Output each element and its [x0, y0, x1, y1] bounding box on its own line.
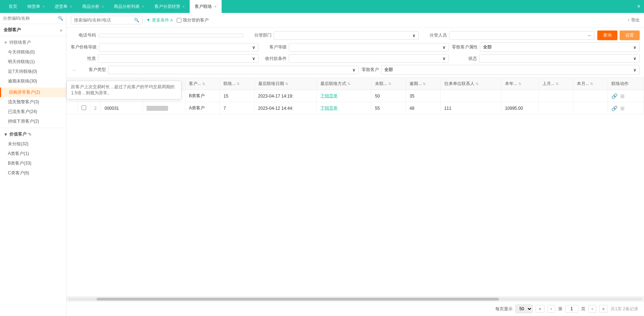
nav-purchase-order[interactable]: 进货单 ×	[50, 0, 77, 13]
filter-manager-select[interactable]: ···	[449, 31, 594, 40]
sidebar-item-class-c[interactable]: C类客户(6)	[0, 168, 66, 178]
sidebar-search-icon[interactable]: 🔍	[58, 16, 63, 21]
row2-more-icon[interactable]: ⊞	[620, 105, 625, 111]
filter-nature-select[interactable]: ∨	[98, 54, 259, 63]
filter-price-level-select[interactable]: ∨	[99, 43, 259, 52]
horizontal-scrollbar[interactable]	[66, 296, 644, 301]
row1-more-icon[interactable]: ⊞	[620, 93, 625, 99]
sidebar-collapse-icon[interactable]: »	[60, 27, 62, 33]
nav-product-analysis-close[interactable]: ×	[102, 4, 104, 9]
window-close-icon[interactable]: ×	[637, 3, 640, 10]
nav-customer-segment-close[interactable]: ×	[182, 4, 185, 9]
nav-customer-contact-close[interactable]: ×	[214, 4, 216, 9]
next-page-btn[interactable]: ›	[588, 305, 596, 313]
sidebar-item-class-a[interactable]: A类客户(1)	[0, 149, 66, 159]
table-header-uncontacted: 未联... ⇅	[371, 78, 406, 90]
sidebar-item-7days[interactable]: 近7天待联络(0)	[0, 67, 66, 76]
per-page-select[interactable]: 50	[515, 305, 533, 313]
last-method-sort-icon[interactable]: ⇅	[347, 82, 350, 86]
row2-type: A类客户	[185, 102, 219, 114]
nav-product-analysis[interactable]: 商品分析 ×	[77, 0, 109, 13]
row1-contact-method-link[interactable]: 下销货单	[320, 93, 338, 98]
nav-customer-contact[interactable]: 客户联络 ×	[190, 0, 221, 13]
row1-link-icon[interactable]: 🔗	[611, 93, 617, 99]
filter-payment: 收付款条件 ∨	[261, 54, 449, 63]
row2-code: 000031	[101, 102, 143, 114]
sidebar-search-input[interactable]	[3, 16, 58, 21]
search-input[interactable]	[74, 18, 134, 23]
more-conditions-btn[interactable]: ▼ 更多条件 ∧	[146, 17, 173, 23]
filter-customer-type-label: 客户类型	[81, 67, 106, 73]
row2-select-checkbox[interactable]	[82, 105, 86, 110]
row2-contact-method-link[interactable]: 下销货单	[320, 105, 338, 110]
filter-status-select[interactable]: ∨	[479, 54, 640, 63]
filter-dept-select[interactable]: ∨	[274, 31, 419, 40]
filter-status-label: 状态	[452, 56, 477, 62]
my-customers-checkbox[interactable]	[177, 18, 181, 23]
filter-payment-select[interactable]: ∨	[289, 54, 449, 63]
row2-num: 2	[90, 102, 101, 114]
row2-link-icon[interactable]: 🔗	[611, 105, 617, 111]
last-date-sort-icon[interactable]: ⇅	[285, 82, 288, 86]
filter-area: 电话号码 分管部门 ∨ 分管人员 ···	[66, 28, 644, 78]
overdue-sort-icon[interactable]: ⇅	[423, 82, 426, 86]
sidebar-item-ungrouped[interactable]: 未分组(32)	[0, 139, 66, 149]
filter-retail-attr-label: 零散客户属性	[452, 44, 478, 50]
first-page-btn[interactable]: «	[536, 305, 545, 313]
uncontacted-sort-icon[interactable]: ⇅	[388, 82, 391, 86]
scrollbar-thumb[interactable]	[97, 298, 499, 301]
nav-home[interactable]: 首页	[4, 0, 22, 13]
pending-arrow-icon: ▼	[4, 40, 8, 45]
query-button[interactable]: 查询	[597, 30, 617, 40]
prev-page-btn[interactable]: ‹	[547, 305, 555, 313]
sidebar-item-declining[interactable]: 持续下滑客户(2)	[0, 117, 66, 126]
sidebar-item-churned[interactable]: 已流失客户(24)	[0, 107, 66, 117]
filter-btn-group: 查询 设置	[597, 30, 640, 40]
more-dots-btn[interactable]: ···	[71, 67, 78, 73]
row2-last-contact-date: 2023-04-12 14:44:	[254, 102, 317, 114]
page-input[interactable]	[565, 305, 578, 313]
row1-company-contact	[440, 90, 501, 102]
nav-product-analysis-list[interactable]: 商品分析列表 ×	[109, 0, 149, 13]
setting-button[interactable]: 设置	[620, 30, 640, 40]
row2-last-contact-method[interactable]: 下销货单	[317, 102, 371, 114]
filter-customer-level-select[interactable]: ∨	[289, 43, 449, 52]
sidebar-item-churn-warning[interactable]: 流失预警客户(3)	[0, 97, 66, 107]
last-month-sort-icon[interactable]: ⇅	[556, 82, 559, 86]
this-year-sort-icon[interactable]: ⇅	[518, 82, 521, 86]
row2-name	[143, 102, 185, 114]
filter-phone-input[interactable]	[98, 34, 244, 37]
filter-retail-attr-select[interactable]: 全部 ∨	[480, 42, 640, 52]
nav-sales-order-close[interactable]: ×	[42, 4, 45, 9]
sidebar-edit-icon[interactable]: ✎	[28, 132, 32, 137]
sidebar-pending-header[interactable]: ▼ 待联络客户	[0, 38, 66, 47]
filter-customer-type-select[interactable]: ∨	[108, 66, 359, 74]
price-level-dropdown-icon: ∨	[252, 45, 255, 50]
export-btn[interactable]: ↑ 导出	[627, 17, 640, 23]
nav-purchase-order-close[interactable]: ×	[70, 4, 72, 9]
sidebar-item-today[interactable]: 今天待联络(0)	[0, 47, 66, 57]
row1-last-contact-method[interactable]: 下销货单	[317, 90, 371, 102]
nav-customer-segment[interactable]: 客户分层经营 ×	[149, 0, 190, 13]
search-icon[interactable]: 🔍	[134, 18, 139, 23]
last-page-btn[interactable]: »	[599, 305, 608, 313]
sidebar-value-customer-header[interactable]: ▼ 价值客户 ✎	[0, 129, 66, 139]
sidebar-item-overdue[interactable]: 逾期未联络(30)	[0, 76, 66, 86]
filter-icon: ▼	[146, 18, 150, 23]
sidebar-item-repurchase-abnormal[interactable]: 回购异常客户(2)	[0, 88, 66, 97]
filter-payment-label: 收付款条件	[261, 56, 287, 62]
page-label: 第	[558, 306, 562, 312]
this-month-sort-icon[interactable]: ⇅	[590, 82, 593, 86]
type-sort-icon[interactable]: ⇅	[202, 82, 205, 86]
nav-sales-order[interactable]: 销货单 ×	[22, 0, 50, 13]
company-contact-sort-icon[interactable]: ⇅	[476, 82, 478, 86]
contact-sort-icon[interactable]: ⇅	[237, 82, 240, 86]
customer-level-dropdown-icon: ∨	[443, 45, 446, 50]
nav-product-analysis-list-close[interactable]: ×	[142, 4, 144, 9]
filter-row-3: 性质 ∨ 收付款条件 ∨ 状态	[71, 54, 640, 63]
filter-retail-customer-select[interactable]: 全部 ∨	[381, 65, 640, 75]
sidebar-item-class-b[interactable]: B类客户(33)	[0, 159, 66, 168]
sidebar-item-tomorrow[interactable]: 明天待联络(1)	[0, 57, 66, 67]
table-header-type: 客户... ⇅	[185, 78, 219, 90]
row1-contact: 15	[220, 90, 254, 102]
